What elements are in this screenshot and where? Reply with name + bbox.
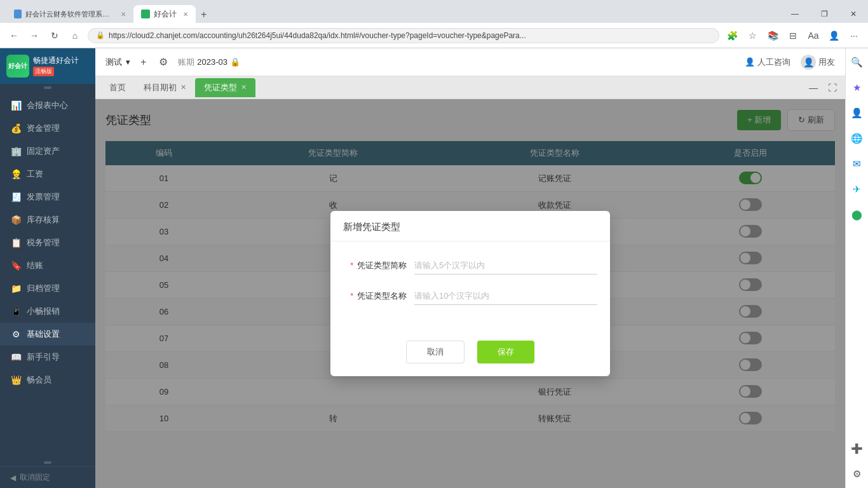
- sidebar-item-reports[interactable]: 📊 会报表中心: [0, 94, 95, 117]
- right-globe-icon[interactable]: 🌐: [848, 130, 866, 147]
- tab-close-2[interactable]: ✕: [183, 11, 188, 18]
- sidebar-label-reports: 会报表中心: [27, 100, 68, 111]
- refresh-button[interactable]: ↻: [47, 30, 62, 41]
- sidebar-item-payroll[interactable]: 👷 工资: [0, 163, 95, 186]
- sidebar-item-settings[interactable]: ⚙ 基础设置: [0, 323, 95, 346]
- tab-voucher-type[interactable]: 凭证类型 ✕: [195, 78, 255, 97]
- reading-icon[interactable]: Aa: [806, 30, 821, 41]
- tab-subject-label: 科目期初: [144, 82, 177, 93]
- sidebar-nav: 📊 会报表中心 💰 资金管理 🏢 固定资产 👷 工资 🧾 发票管理 📦: [0, 92, 95, 459]
- add-workspace-button[interactable]: +: [138, 54, 149, 71]
- tab-subject-close[interactable]: ✕: [180, 83, 186, 92]
- period-lock-icon: 🔒: [230, 57, 240, 67]
- forward-button[interactable]: →: [27, 30, 42, 41]
- lock-icon: 🔒: [96, 31, 105, 39]
- consultant-button[interactable]: 👤 人工咨询: [745, 57, 790, 68]
- tab-home-label: 首页: [109, 82, 126, 93]
- pin-icon: ◀: [10, 473, 16, 482]
- user-avatar: 👤: [801, 55, 816, 70]
- sidebar-item-guide[interactable]: 📖 新手引导: [0, 346, 95, 369]
- tab-maximize-icon[interactable]: ⛶: [825, 80, 840, 95]
- browser-chrome: 好会计云财务软件管理系统_会计 ✕ 好会计 ✕ + — ❐ ✕ ← → ↻ ⌂ …: [0, 0, 868, 48]
- minimize-button[interactable]: —: [780, 5, 810, 23]
- right-email-icon[interactable]: ✉: [848, 155, 866, 173]
- sidebar-label-assets: 固定资产: [27, 146, 60, 157]
- home-button[interactable]: ⌂: [67, 30, 83, 41]
- abbr-required-mark: *: [350, 261, 353, 270]
- cancel-button[interactable]: 取消: [406, 341, 465, 363]
- browser-tab-1[interactable]: 好会计云财务软件管理系统_会计 ✕: [6, 5, 133, 23]
- tab-title-2: 好会计: [154, 9, 177, 20]
- app-container: 好会计 畅捷通好会计 流畅版 📊 会报表中心 💰 资金管理 🏢 固定资产: [0, 48, 868, 488]
- assets-icon: 🏢: [10, 146, 22, 156]
- sidebar-footer[interactable]: ◀ 取消固定: [0, 466, 95, 488]
- user-info[interactable]: 👤 用友: [801, 55, 835, 70]
- restore-button[interactable]: ❐: [810, 5, 839, 23]
- add-voucher-dialog: 新增凭证类型 * 凭证类型简称 * 凭证类型名称: [330, 211, 610, 376]
- new-tab-button[interactable]: +: [196, 6, 212, 23]
- tab-close-1[interactable]: ✕: [121, 11, 126, 18]
- right-add-icon[interactable]: ➕: [848, 440, 866, 458]
- sidebar-item-closing[interactable]: 🔖 结账: [0, 254, 95, 277]
- sidebar-label-settings: 基础设置: [27, 329, 60, 340]
- dialog-title: 新增凭证类型: [330, 211, 610, 241]
- tab-subject[interactable]: 科目期初 ✕: [135, 78, 195, 97]
- tab-title-1: 好会计云财务软件管理系统_会计: [25, 10, 114, 19]
- toolbar-icons: 🧩 ☆ 📚 ⊟ Aa 👤 ···: [724, 30, 862, 41]
- workspace-settings-button[interactable]: ⚙: [156, 53, 170, 71]
- user-name: 用友: [818, 57, 835, 68]
- sidebar-item-expense[interactable]: 📱 小畅报销: [0, 300, 95, 323]
- sidebar-item-funds[interactable]: 💰 资金管理: [0, 117, 95, 140]
- favorites-icon[interactable]: ☆: [745, 30, 760, 41]
- sidebar-label-funds: 资金管理: [27, 123, 60, 134]
- expense-icon: 📱: [10, 306, 22, 316]
- sidebar-item-inventory[interactable]: 📦 库存核算: [0, 208, 95, 231]
- guide-icon: 📖: [10, 352, 22, 362]
- funds-icon: 💰: [10, 123, 22, 133]
- name-row: * 凭证类型名称: [343, 287, 597, 305]
- right-user-icon[interactable]: 👤: [848, 104, 866, 122]
- sidebar-item-archive[interactable]: 📁 归档管理: [0, 277, 95, 300]
- sidebar-item-invoice[interactable]: 🧾 发票管理: [0, 186, 95, 208]
- tab-minimize-icon[interactable]: —: [806, 80, 821, 95]
- sidebar-item-tax[interactable]: 📋 税务管理: [0, 231, 95, 254]
- name-required-mark: *: [350, 291, 353, 301]
- close-button[interactable]: ✕: [839, 5, 868, 23]
- right-search-icon[interactable]: 🔍: [848, 53, 866, 71]
- sidebar-logo[interactable]: 好会计 畅捷通好会计 流畅版: [0, 48, 95, 84]
- sidebar-label-tax: 税务管理: [27, 237, 60, 248]
- content-area: 凭证类型 + 新增 ↻ 刷新 编码 凭证类型简称 凭证类型名称 是否启用: [95, 99, 845, 488]
- right-star-icon[interactable]: ★: [848, 79, 866, 97]
- right-settings-icon[interactable]: ⚙: [848, 465, 866, 483]
- collections-icon[interactable]: 📚: [765, 30, 780, 41]
- save-button[interactable]: 保存: [477, 341, 534, 363]
- abbr-input[interactable]: [414, 257, 597, 274]
- logo-text-block: 畅捷通好会计 流畅版: [33, 56, 79, 77]
- avatar-icon: 👤: [803, 57, 814, 67]
- tab-voucher-close[interactable]: ✕: [241, 83, 247, 92]
- back-button[interactable]: ←: [6, 30, 22, 41]
- sidebar-item-member[interactable]: 👑 畅会员: [0, 369, 95, 391]
- tab-controls: — ⛶: [806, 80, 840, 95]
- right-sidebar: 🔍 ★ 👤 🌐 ✉ ✈ ⬤ ➕ ⚙: [845, 48, 868, 488]
- logo-icon: 好会计: [6, 55, 29, 78]
- app-header: 测试 ▾ + ⚙ 账期 2023-03 🔒 👤 人工咨询 👤 用友: [95, 48, 845, 76]
- split-icon[interactable]: ⊟: [785, 30, 801, 41]
- workspace-arrow-icon: ▾: [126, 57, 130, 67]
- more-icon[interactable]: ···: [846, 30, 862, 41]
- right-send-icon[interactable]: ✈: [848, 180, 866, 198]
- browser-tab-2[interactable]: 好会计 ✕: [133, 5, 196, 23]
- workspace-selector[interactable]: 测试 ▾: [105, 57, 130, 68]
- right-circle-icon[interactable]: ⬤: [848, 206, 866, 224]
- extensions-icon[interactable]: 🧩: [724, 30, 740, 41]
- profile-icon[interactable]: 👤: [826, 30, 841, 41]
- name-input[interactable]: [414, 287, 597, 305]
- tab-home[interactable]: 首页: [100, 78, 135, 97]
- name-label: * 凭证类型名称: [343, 290, 407, 302]
- sidebar: 好会计 畅捷通好会计 流畅版 📊 会报表中心 💰 资金管理 🏢 固定资产: [0, 48, 95, 488]
- sidebar-item-assets[interactable]: 🏢 固定资产: [0, 140, 95, 163]
- sidebar-label-closing: 结账: [27, 260, 43, 271]
- abbr-label: * 凭证类型简称: [343, 260, 407, 271]
- window-controls: — ❐ ✕: [780, 5, 868, 23]
- address-input[interactable]: 🔒 https://cloud2.chanjet.com/accounting/…: [88, 28, 719, 43]
